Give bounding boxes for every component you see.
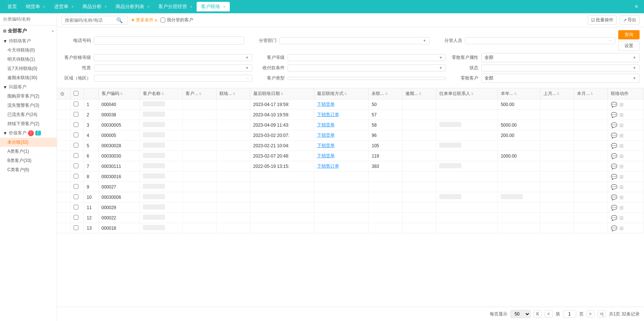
col-settings[interactable]: ⚙ [57, 88, 70, 99]
col-code[interactable]: 客户编码⇅ [98, 88, 140, 99]
row-checkbox[interactable] [74, 205, 78, 209]
retail-attr-select[interactable]: 全部 ▼ [481, 53, 640, 62]
cust-level-select[interactable]: ▼ [288, 54, 446, 61]
tab-goods-analysis-list[interactable]: 商品分析列表 × [111, 2, 154, 11]
sidebar-all-customers[interactable]: ⊞ 全部客户 « [0, 25, 57, 36]
cell-checkbox[interactable] [70, 223, 84, 233]
cell-checkbox[interactable] [70, 151, 84, 161]
chat-icon[interactable]: 💬 [611, 184, 617, 190]
cell-checkbox[interactable] [70, 213, 84, 223]
row-checkbox[interactable] [74, 163, 78, 168]
close-tab-segment-icon[interactable]: × [190, 4, 192, 9]
sidebar-item-7days[interactable]: 近7天待联络(0) [0, 64, 57, 73]
col-this-month[interactable]: 本月...⇅ [574, 88, 608, 99]
chat-icon[interactable]: 💬 [611, 153, 617, 159]
close-tab-goods-icon[interactable]: × [105, 4, 107, 9]
sidebar-item-churned[interactable]: 已流失客户(24) [0, 110, 57, 119]
cell-last-contact-way[interactable]: 下销货单 [314, 141, 369, 151]
close-tab-purchase-icon[interactable]: × [71, 4, 74, 9]
chat-icon[interactable]: 💬 [611, 143, 617, 149]
chat-icon[interactable]: 💬 [611, 122, 617, 128]
row-checkbox[interactable] [74, 133, 78, 137]
grid-action-icon[interactable]: ⊞ [619, 194, 624, 200]
batch-op-button[interactable]: ☑ 批量操作 [588, 15, 617, 25]
cust-type-select[interactable] [288, 77, 446, 80]
status-select[interactable]: ▼ [481, 64, 640, 71]
grid-action-icon[interactable]: ⊞ [619, 215, 624, 221]
chat-icon[interactable]: 💬 [611, 194, 617, 200]
row-checkbox[interactable] [74, 174, 78, 179]
contact-way-link[interactable]: 下销售订单 [317, 163, 339, 169]
sidebar-item-today[interactable]: 今天待联络(0) [0, 46, 57, 55]
chat-icon[interactable]: 💬 [611, 205, 617, 211]
settings-icon[interactable]: ⚙ [60, 91, 65, 97]
nav-close-button[interactable]: × [632, 2, 641, 11]
close-tab-sales-icon[interactable]: × [43, 4, 45, 9]
sidebar-item-churning[interactable]: 流失预警客户(3) [0, 101, 57, 110]
contact-way-link[interactable]: 下销货单 [317, 153, 335, 158]
row-checkbox[interactable] [74, 122, 78, 127]
cell-checkbox[interactable] [70, 110, 84, 120]
col-contact[interactable]: 联络...⇅ [216, 88, 250, 99]
cell-checkbox[interactable] [70, 172, 84, 182]
cell-checkbox[interactable] [70, 161, 84, 172]
col-last-month[interactable]: 上月...⇅ [540, 88, 574, 99]
contact-way-link[interactable]: 下销货单 [317, 133, 335, 138]
grid-action-icon[interactable]: ⊞ [619, 122, 624, 128]
cell-last-contact-way[interactable]: 下销货单 [314, 120, 369, 130]
prev-page-btn[interactable]: < [545, 310, 552, 318]
grid-action-icon[interactable]: ⊞ [619, 112, 624, 118]
chat-icon[interactable]: 💬 [611, 215, 617, 221]
cell-last-contact-way[interactable]: 下销货单 [314, 99, 369, 110]
cell-checkbox[interactable] [70, 182, 84, 192]
search-box[interactable]: 🔍 [61, 16, 128, 25]
contact-way-link[interactable]: 下销货单 [317, 102, 335, 107]
col-last-contact-date[interactable]: 最后联络日期⇅ [250, 88, 314, 99]
region-select[interactable]: ··· [94, 75, 252, 82]
cell-checkbox[interactable] [70, 120, 84, 130]
grid-action-icon[interactable]: ⊞ [619, 163, 624, 169]
grid-action-icon[interactable]: ⊞ [619, 174, 624, 180]
grid-action-icon[interactable]: ⊞ [619, 153, 624, 159]
chat-icon[interactable]: 💬 [611, 112, 617, 118]
sidebar-search-input[interactable] [3, 17, 57, 22]
row-checkbox[interactable] [74, 143, 78, 148]
col-name[interactable]: 客户名称⇅ [140, 88, 183, 99]
cell-last-contact-way[interactable] [314, 172, 369, 182]
cell-last-contact-way[interactable]: 下销售订单 [314, 110, 369, 120]
tab-purchase[interactable]: 进货单 × [50, 2, 78, 11]
sidebar-item-ungrouped[interactable]: 未分组(32) [0, 138, 57, 147]
cell-checkbox[interactable] [70, 202, 84, 213]
search-icon[interactable]: 🔍 [116, 17, 123, 23]
cell-last-contact-way[interactable]: 下销货单 [314, 151, 369, 161]
reset-button[interactable]: 设置 [618, 41, 640, 51]
nav-home[interactable]: 首页 [3, 2, 21, 11]
page-input[interactable] [563, 310, 576, 318]
sidebar-item-tomorrow[interactable]: 明天待联络(1) [0, 55, 57, 64]
tab-customer-segment[interactable]: 客户分层经营 × [154, 2, 197, 11]
row-checkbox[interactable] [74, 102, 78, 106]
more-conditions-btn[interactable]: ▼ 更多条件 ∧ [131, 17, 158, 23]
my-customers-checkbox[interactable] [161, 18, 165, 22]
payment-select[interactable]: ▼ [288, 64, 446, 71]
last-page-btn[interactable]: >| [597, 310, 606, 318]
search-input[interactable] [65, 18, 116, 23]
cell-last-contact-way[interactable]: 下销售订单 [314, 161, 369, 172]
select-all-checkbox[interactable] [74, 91, 78, 96]
gender-select[interactable]: ▼ [94, 64, 252, 71]
row-checkbox[interactable] [74, 153, 78, 158]
price-level-select[interactable]: ▼ [94, 54, 252, 61]
col-this-year[interactable]: 本年...⇅ [497, 88, 540, 99]
row-checkbox[interactable] [74, 194, 78, 199]
cell-checkbox[interactable] [70, 130, 84, 141]
col-type[interactable]: 客户...⇅ [183, 88, 217, 99]
row-checkbox[interactable] [74, 112, 78, 117]
sidebar-item-overdue[interactable]: 逾期未联络(30) [0, 73, 57, 82]
chat-icon[interactable]: 💬 [611, 102, 617, 107]
my-customers-checkbox-group[interactable]: 我分管的客户 [161, 17, 193, 23]
tab-goods-analysis[interactable]: 商品分析 × [78, 2, 111, 11]
manager-select[interactable]: ··· [465, 37, 615, 44]
query-button[interactable]: 查询 [618, 30, 640, 39]
sidebar-item-b-class[interactable]: B类客户(33) [0, 156, 57, 165]
cell-last-contact-way[interactable] [314, 192, 369, 202]
